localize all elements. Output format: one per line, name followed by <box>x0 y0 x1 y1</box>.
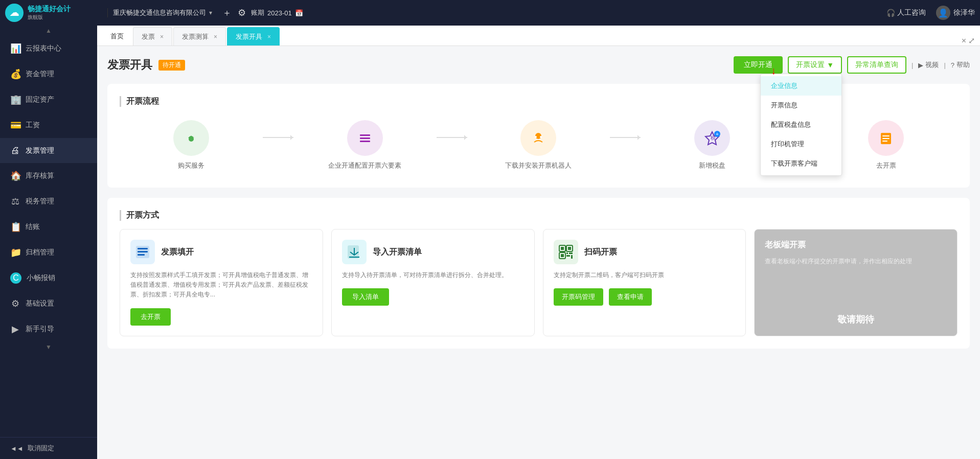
import-list-btn[interactable]: 导入清单 <box>342 288 389 306</box>
tab-right-btns: × ⤢ <box>962 36 980 45</box>
svg-point-8 <box>535 136 537 138</box>
kucun-icon: 🏠 <box>10 170 20 181</box>
logo-icon: ☁ <box>5 4 24 22</box>
period-info: 账期 2023-01 📅 <box>251 8 303 17</box>
method-card-scan-invoice: 扫码开票 支持定制开票二维码，客户端可扫码开票 开票码管理 查看申请 <box>543 229 746 336</box>
flow-step-download: 下载并安装开票机器人 <box>467 120 610 170</box>
dropdown-label-download-client: 下载开票客户端 <box>771 159 817 167</box>
layout: ▲ 📊 云报表中心 💰 资金管理 🏢 固定资产 💳 工资 🖨 发票管理 🏠 库存… <box>0 26 980 459</box>
red-arrow-indicator: ↓ <box>771 65 776 77</box>
fapiao-icon: 🖨 <box>10 145 20 156</box>
tab-home[interactable]: 首页 <box>102 27 132 45</box>
svg-point-7 <box>535 133 541 139</box>
tab-fapiao[interactable]: 发票 × <box>133 27 172 45</box>
scan-invoice-view-btn[interactable]: 查看申请 <box>609 288 652 306</box>
user-menu[interactable]: 👤 徐泽华 <box>936 6 975 20</box>
zijin-icon: 💰 <box>10 68 20 80</box>
headset-icon: 🎧 <box>886 9 895 17</box>
tab-fapiao-kaiju[interactable]: 发票开具 × <box>227 27 280 45</box>
company-selector[interactable]: 重庆畅捷交通信息咨询有限公司 ▾ <box>107 8 217 17</box>
scan-invoice-title: 扫码开票 <box>584 247 617 258</box>
sidebar-item-xinshou[interactable]: ▶ 新手引导 <box>0 316 97 342</box>
sidebar-item-gongzi[interactable]: 💳 工资 <box>0 112 97 138</box>
sidebar-item-label-jiezhang: 结账 <box>26 222 40 232</box>
settings-button[interactable]: ⚙ <box>238 7 246 18</box>
sidebar-item-kucun[interactable]: 🏠 库存核算 <box>0 163 97 189</box>
svg-rect-32 <box>561 254 564 257</box>
fill-invoice-btn[interactable]: 去开票 <box>130 308 171 326</box>
dropdown-label-printer: 打印机管理 <box>771 140 804 148</box>
period-value: 2023-01 <box>267 9 292 17</box>
sidebar-item-zijin[interactable]: 💰 资金管理 <box>0 61 97 87</box>
scan-invoice-code-btn[interactable]: 开票码管理 <box>554 288 603 306</box>
help-button[interactable]: ? 帮助 <box>951 60 970 70</box>
sidebar-scroll-up[interactable]: ▲ <box>0 26 97 36</box>
dropdown-label-company-info: 企业信息 <box>771 82 797 89</box>
flow-label-add-tax: 新增税盘 <box>699 161 725 170</box>
svg-rect-17 <box>882 135 890 136</box>
yunbao-icon: 📊 <box>10 43 20 54</box>
dropdown-item-printer[interactable]: 打印机管理 <box>761 134 841 154</box>
tab-fapiao-cesuan-close[interactable]: × <box>214 33 217 40</box>
sidebar-item-xiaochangbaoxiao[interactable]: C 小畅报销 <box>0 265 97 291</box>
sidebar-item-guidang[interactable]: 📁 归档管理 <box>0 240 97 265</box>
sidebar-scroll-down[interactable]: ▼ <box>0 342 97 352</box>
sidebar-item-gudingzichan[interactable]: 🏢 固定资产 <box>0 87 97 112</box>
video-button[interactable]: ▶ 视频 <box>918 60 939 70</box>
dropdown-label-invoice-info: 开票信息 <box>771 101 797 109</box>
sidebar-item-fapiao[interactable]: 🖨 发票管理 <box>0 138 97 163</box>
tab-fapiao-cesuan[interactable]: 发票测算 × <box>173 27 226 45</box>
header-actions: 立即开通 开票设置 ▼ ↓ 企业信息 <box>734 56 970 74</box>
abnormal-list-button[interactable]: 异常清单查询 <box>847 56 906 74</box>
svg-rect-23 <box>138 254 145 256</box>
flow-connector-2 <box>437 137 467 138</box>
page-title: 发票开具 <box>107 57 152 73</box>
methods-section: 开票方式 <box>107 198 970 349</box>
dropdown-item-download-client[interactable]: 下载开票客户端 <box>761 154 841 173</box>
shuiwu-icon: ⚖ <box>10 196 20 207</box>
svg-rect-35 <box>566 255 570 257</box>
sidebar-item-yunbao[interactable]: 📊 云报表中心 <box>0 36 97 61</box>
divider2: | <box>944 61 945 69</box>
flow-icon-config <box>347 120 383 156</box>
window-maximize-button[interactable]: ⤢ <box>968 36 975 45</box>
sidebar-item-jichu[interactable]: ⚙ 基础设置 <box>0 291 97 316</box>
xinshou-icon: ▶ <box>10 324 20 335</box>
tab-fapiao-kaiju-close[interactable]: × <box>267 33 271 40</box>
dropdown-item-tax-config[interactable]: 配置税盘信息 <box>761 115 841 134</box>
svg-rect-33 <box>566 253 568 254</box>
svg-rect-18 <box>882 138 890 139</box>
sidebar-cancel[interactable]: ◄◄ 取消固定 <box>0 437 97 459</box>
flow-connector-1 <box>263 137 293 138</box>
settings-label: 开票设置 <box>796 60 825 70</box>
fill-invoice-icon <box>130 240 155 264</box>
tab-fapiao-close[interactable]: × <box>160 33 164 40</box>
logo-area: ☁ 畅捷通好会计 旗舰版 <box>5 4 102 22</box>
sidebar-item-jiezhang[interactable]: 📋 结账 <box>0 214 97 240</box>
tab-fapiao-kaiju-label: 发票开具 <box>236 32 262 41</box>
consult-label: 人工咨询 <box>897 8 926 17</box>
help-icon: ? <box>951 61 954 69</box>
method-card-boss-header: 老板端开票 <box>765 240 947 250</box>
svg-rect-36 <box>571 255 573 259</box>
avatar: 👤 <box>936 6 950 20</box>
sidebar: ▲ 📊 云报表中心 💰 资金管理 🏢 固定资产 💳 工资 🖨 发票管理 🏠 库存… <box>0 26 97 459</box>
consult-button[interactable]: 🎧 人工咨询 <box>886 8 926 17</box>
flow-label-download: 下载并安装开票机器人 <box>505 161 572 170</box>
boss-invoice-desc: 查看老板端小程序提交的开票申请，并作出相应的处理 <box>765 257 947 266</box>
tab-fapiao-cesuan-label: 发票测算 <box>182 32 209 41</box>
svg-rect-3 <box>360 134 370 136</box>
company-name: 重庆畅捷交通信息咨询有限公司 <box>113 8 206 17</box>
window-close-button[interactable]: × <box>962 36 966 45</box>
settings-button[interactable]: 开票设置 ▼ <box>788 56 842 74</box>
import-list-icon <box>342 240 367 264</box>
add-company-button[interactable]: ＋ <box>222 7 232 19</box>
settings-btn-wrapper: 开票设置 ▼ ↓ 企业信息 开票信息 <box>788 56 842 74</box>
flow-label-config: 企业开通配置开票六要素 <box>328 161 401 170</box>
calendar-icon: 📅 <box>295 9 303 17</box>
sidebar-item-shuiwu[interactable]: ⚖ 税务管理 <box>0 189 97 214</box>
dropdown-item-company-info[interactable]: 企业信息 <box>761 76 841 96</box>
dropdown-item-invoice-info[interactable]: 开票信息 <box>761 96 841 115</box>
gudingzichan-icon: 🏢 <box>10 94 20 105</box>
help-label: 帮助 <box>956 60 970 70</box>
